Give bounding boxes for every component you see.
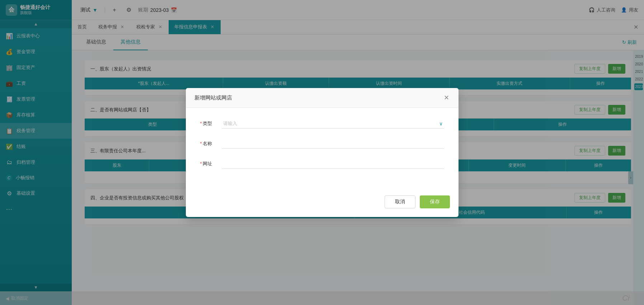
type-input-wrap: ∨: [222, 119, 444, 129]
url-input-wrap: [222, 159, 444, 169]
modal-header: 新增网站或网店 ✕: [186, 88, 459, 108]
type-input[interactable]: [222, 119, 444, 128]
modal-footer: 取消 保存: [186, 190, 459, 217]
modal-overlay[interactable]: 新增网站或网店 ✕ *类型 ∨ *名称: [0, 0, 644, 305]
name-label: *名称: [200, 140, 222, 147]
required-star: *: [200, 121, 202, 126]
url-input[interactable]: [222, 159, 444, 168]
form-row-url: *网址: [200, 159, 444, 169]
form-row-name: *名称: [200, 139, 444, 149]
modal-close-button[interactable]: ✕: [443, 94, 450, 102]
dropdown-arrow-icon[interactable]: ∨: [439, 121, 443, 126]
name-input-wrap: [222, 139, 444, 149]
name-input[interactable]: [222, 139, 444, 148]
modal-add-website: 新增网站或网店 ✕ *类型 ∨ *名称: [186, 88, 459, 217]
cancel-button[interactable]: 取消: [385, 195, 415, 208]
modal-body: *类型 ∨ *名称 *网址: [186, 108, 459, 190]
save-button[interactable]: 保存: [420, 195, 450, 208]
required-star-url: *: [200, 161, 202, 166]
required-star-name: *: [200, 141, 202, 146]
form-row-type: *类型 ∨: [200, 119, 444, 129]
url-label: *网址: [200, 161, 222, 167]
modal-title: 新增网站或网店: [194, 94, 232, 101]
type-label: *类型: [200, 120, 222, 127]
